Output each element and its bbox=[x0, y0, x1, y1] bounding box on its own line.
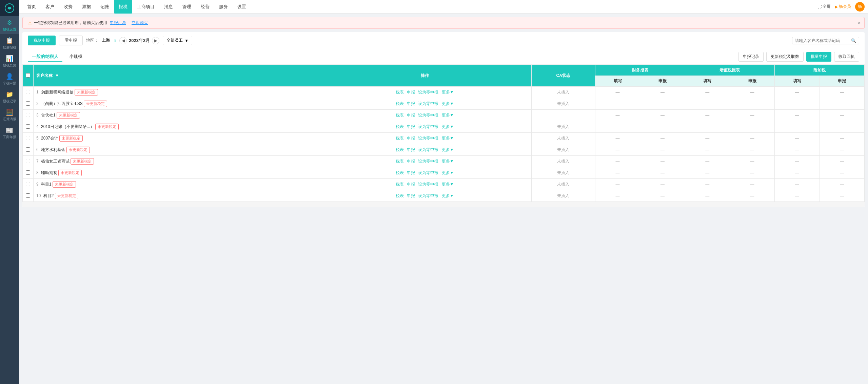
nav-tax[interactable]: 报税 bbox=[114, 0, 132, 14]
row-select-checkbox[interactable] bbox=[26, 193, 30, 198]
row-op-more[interactable]: 更多▼ bbox=[442, 101, 454, 106]
sidebar-item-business-report[interactable]: 📰 工商年报 bbox=[0, 124, 19, 142]
row-op-more[interactable]: 更多▼ bbox=[442, 124, 454, 129]
row-op-tax-form[interactable]: 税表 bbox=[396, 182, 404, 187]
row-op-more[interactable]: 更多▼ bbox=[442, 170, 454, 175]
row-op-tax-form[interactable]: 税表 bbox=[396, 170, 404, 175]
row-op-declare[interactable]: 申报 bbox=[407, 147, 415, 152]
row-select-checkbox[interactable] bbox=[26, 124, 30, 129]
user-avatar[interactable]: 畅 bbox=[855, 2, 865, 12]
row-op-tax-form[interactable]: 税表 bbox=[396, 113, 404, 118]
nav-accounting[interactable]: 记账 bbox=[96, 0, 114, 14]
notice-link-summary[interactable]: 申报汇总 bbox=[110, 20, 126, 26]
notice-link-buy[interactable]: 立即购买 bbox=[132, 20, 148, 26]
row-financial-declare: — bbox=[640, 98, 685, 110]
row-op-declare[interactable]: 申报 bbox=[407, 101, 415, 106]
declaration-records-button[interactable]: 申报记录 bbox=[738, 52, 764, 62]
row-op-more[interactable]: 更多▼ bbox=[442, 147, 454, 152]
row-addtax-write: — bbox=[775, 98, 820, 110]
sidebar-item-personal-tax[interactable]: 👤 个税申报 bbox=[0, 70, 19, 88]
row-op-zero-declare[interactable]: 设为零申报 bbox=[418, 101, 438, 106]
nav-settings[interactable]: 设置 bbox=[233, 0, 251, 14]
upgrade-button[interactable]: ▶ 畅会员 bbox=[835, 4, 851, 9]
nav-bills[interactable]: 票据 bbox=[77, 0, 96, 14]
batch-declaration-button[interactable]: 批量申报 bbox=[806, 52, 831, 62]
sidebar-item-tax-settings[interactable]: ⚙ 报税设置 bbox=[0, 16, 19, 34]
row-ca-status: 未插入 bbox=[531, 87, 595, 98]
fullscreen-button[interactable]: ⛶ 全屏 bbox=[817, 4, 831, 9]
sidebar-item-calc-clear[interactable]: 🧮 汇算清缴 bbox=[0, 106, 19, 124]
sidebar-item-batch-tax[interactable]: 📋 批量报税 bbox=[0, 34, 19, 52]
row-ca-status: 未插入 bbox=[531, 190, 595, 202]
row-select-checkbox[interactable] bbox=[26, 113, 30, 117]
notice-close-button[interactable]: ✕ bbox=[857, 21, 861, 25]
row-select-checkbox[interactable] bbox=[26, 159, 30, 163]
row-op-zero-declare[interactable]: 设为零申报 bbox=[418, 147, 438, 152]
row-op-zero-declare[interactable]: 设为零申报 bbox=[418, 182, 438, 187]
row-select-checkbox[interactable] bbox=[26, 147, 30, 152]
sidebar-item-tax-records[interactable]: 📁 报税记录 bbox=[0, 88, 19, 106]
select-all-checkbox[interactable] bbox=[26, 73, 30, 78]
nav-business[interactable]: 工商项目 bbox=[132, 0, 159, 14]
row-op-declare[interactable]: 申报 bbox=[407, 193, 415, 198]
row-op-more[interactable]: 更多▼ bbox=[442, 113, 454, 118]
row-op-declare[interactable]: 申报 bbox=[407, 182, 415, 187]
row-op-zero-declare[interactable]: 设为零申报 bbox=[418, 170, 438, 175]
tab-tax-declaration[interactable]: 税款申报 bbox=[28, 36, 56, 45]
nav-fees[interactable]: 收费 bbox=[59, 0, 77, 14]
row-op-more[interactable]: 更多▼ bbox=[442, 136, 454, 141]
row-op-tax-form[interactable]: 税表 bbox=[396, 101, 404, 106]
row-select-checkbox[interactable] bbox=[26, 90, 30, 94]
row-op-tax-form[interactable]: 税表 bbox=[396, 90, 404, 94]
row-op-more[interactable]: 更多▼ bbox=[442, 159, 454, 164]
row-op-zero-declare[interactable]: 设为零申报 bbox=[418, 113, 438, 118]
nav-manage[interactable]: 管理 bbox=[178, 0, 196, 14]
tab-zero-declaration[interactable]: 零申报 bbox=[59, 36, 83, 45]
search-icon: 🔍 bbox=[851, 38, 856, 43]
nav-messages[interactable]: 消息 bbox=[159, 0, 178, 14]
nav-client[interactable]: 客户 bbox=[41, 0, 59, 14]
row-op-declare[interactable]: 申报 bbox=[407, 136, 415, 141]
row-op-zero-declare[interactable]: 设为零申报 bbox=[418, 136, 438, 141]
nav-service[interactable]: 服务 bbox=[214, 0, 233, 14]
tab-general-taxpayer[interactable]: 一般的纳税人 bbox=[28, 52, 62, 62]
update-tax-button[interactable]: 更新税定及取数 bbox=[766, 52, 804, 62]
row-vat-write: — bbox=[685, 167, 730, 179]
row-op-more[interactable]: 更多▼ bbox=[442, 90, 454, 94]
row-op-zero-declare[interactable]: 设为零申报 bbox=[418, 90, 438, 94]
sidebar-item-tax-overview[interactable]: 📊 报税总览 bbox=[0, 52, 19, 70]
date-prev-button[interactable]: ◀ bbox=[119, 37, 127, 44]
tax-settings-icon: ⚙ bbox=[7, 19, 12, 26]
row-op-more[interactable]: 更多▼ bbox=[442, 182, 454, 187]
table-row: 3 合伙社1 未更新税定 税表 申报 设为零申报 更多▼ — — — — — — bbox=[23, 110, 865, 121]
staff-select[interactable]: 全部员工 ▼ bbox=[163, 36, 192, 45]
region-value: 上海 bbox=[102, 38, 110, 43]
tab-small-scale[interactable]: 小规模 bbox=[65, 52, 86, 62]
row-client-name: 4 2013日记账（不要删除哈...） 未更新税定 bbox=[34, 121, 318, 133]
row-select-checkbox[interactable] bbox=[26, 136, 30, 140]
row-op-more[interactable]: 更多▼ bbox=[442, 193, 454, 198]
row-op-declare[interactable]: 申报 bbox=[407, 124, 415, 129]
row-select-checkbox[interactable] bbox=[26, 170, 30, 175]
row-op-zero-declare[interactable]: 设为零申报 bbox=[418, 159, 438, 164]
row-op-zero-declare[interactable]: 设为零申报 bbox=[418, 193, 438, 198]
row-op-tax-form[interactable]: 税表 bbox=[396, 193, 404, 198]
nav-home[interactable]: 首页 bbox=[22, 0, 41, 14]
row-op-declare[interactable]: 申报 bbox=[407, 113, 415, 118]
row-op-tax-form[interactable]: 税表 bbox=[396, 136, 404, 141]
row-number: 4 bbox=[36, 124, 39, 129]
collect-receipt-button[interactable]: 收取回执 bbox=[834, 52, 859, 62]
row-select-checkbox[interactable] bbox=[26, 182, 30, 186]
row-op-tax-form[interactable]: 税表 bbox=[396, 124, 404, 129]
row-op-tax-form[interactable]: 税表 bbox=[396, 147, 404, 152]
row-op-declare[interactable]: 申报 bbox=[407, 159, 415, 164]
nav-operation[interactable]: 经营 bbox=[196, 0, 214, 14]
row-op-tax-form[interactable]: 税表 bbox=[396, 159, 404, 164]
date-next-button[interactable]: ▶ bbox=[152, 37, 159, 44]
row-op-declare[interactable]: 申报 bbox=[407, 170, 415, 175]
row-name-text: 2007会计 bbox=[41, 136, 58, 141]
row-op-declare[interactable]: 申报 bbox=[407, 90, 415, 94]
row-select-checkbox[interactable] bbox=[26, 101, 30, 106]
search-input[interactable] bbox=[795, 38, 849, 43]
row-op-zero-declare[interactable]: 设为零申报 bbox=[418, 124, 438, 129]
